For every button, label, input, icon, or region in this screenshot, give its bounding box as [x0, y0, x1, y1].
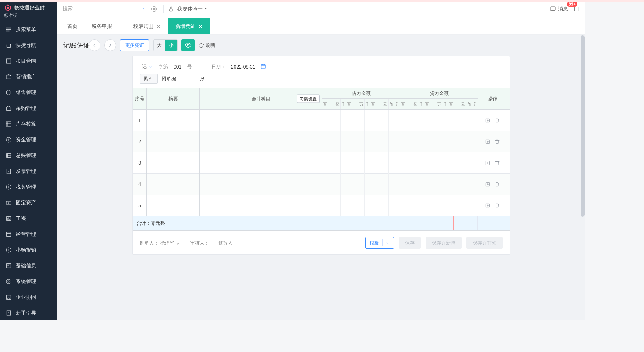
messages-button[interactable]: 消息 [550, 6, 568, 13]
row-account[interactable] [200, 152, 322, 174]
table-row: 2 [133, 131, 510, 152]
search-settings-button[interactable] [149, 4, 159, 14]
delete-row-icon[interactable] [494, 139, 500, 145]
row-op [478, 174, 507, 195]
date-picker-button[interactable] [261, 63, 266, 70]
size-big[interactable]: 大 [154, 40, 165, 51]
row-account[interactable] [200, 110, 322, 131]
refresh-button[interactable]: 刷新 [199, 42, 215, 49]
row-summary[interactable] [147, 195, 200, 216]
sidebar-item-fixed-assets[interactable]: 固定资产 [0, 195, 57, 211]
close-icon[interactable] [115, 24, 119, 29]
add-row-icon[interactable] [485, 118, 490, 123]
svg-rect-15 [7, 232, 11, 237]
scrollbar-thumb[interactable] [581, 35, 585, 217]
preview-button[interactable] [181, 39, 195, 51]
sidebar-item-enterprise[interactable]: 企业协同 [0, 289, 57, 305]
sidebar-item-guide[interactable]: 新手引导 [0, 305, 57, 320]
expand-icon[interactable] [574, 6, 580, 12]
tab-bar: 首页税务申报税表清册新增凭证 [57, 18, 585, 35]
save-print-button[interactable]: 保存并打印 [466, 237, 503, 249]
expense-icon [6, 247, 12, 253]
close-icon[interactable] [156, 24, 161, 29]
row-credit[interactable] [400, 174, 478, 195]
sidebar-item-invoice[interactable]: 发票管理 [0, 163, 57, 179]
row-summary[interactable] [147, 110, 200, 131]
tab-税表清册[interactable]: 税表清册 [126, 18, 168, 34]
sidebar-item-project-contract[interactable]: 项目合同 [0, 53, 57, 69]
voucher-date-input[interactable]: 2022-08-31 [229, 64, 257, 70]
sidebar-item-business[interactable]: 经营管理 [0, 226, 57, 242]
next-voucher-button[interactable] [104, 39, 116, 51]
vertical-scrollbar[interactable] [580, 35, 585, 320]
sidebar-item-basic-info[interactable]: 基础信息 [0, 258, 57, 274]
save-button[interactable]: 保存 [399, 237, 421, 249]
row-debit[interactable] [322, 131, 400, 152]
add-row-icon[interactable] [485, 203, 490, 208]
delete-row-icon[interactable] [494, 203, 500, 208]
delete-row-icon[interactable] [494, 118, 500, 123]
row-credit[interactable] [400, 131, 478, 152]
edit-icon[interactable] [176, 241, 181, 245]
attachment-button[interactable]: 附件 [140, 74, 158, 84]
prev-voucher-button[interactable] [89, 39, 100, 51]
sidebar-item-quick-nav[interactable]: 快捷导航 [0, 37, 57, 53]
delete-row-icon[interactable] [494, 182, 500, 187]
row-summary[interactable] [147, 174, 200, 195]
col-seq: 序号 [133, 88, 147, 109]
habit-settings-button[interactable]: 习惯设置 [297, 95, 320, 103]
sidebar-item-ledger[interactable]: 总账管理 [0, 148, 57, 163]
row-debit[interactable] [322, 152, 400, 174]
tab-税务申报[interactable]: 税务申报 [85, 18, 126, 34]
tab-首页[interactable]: 首页 [60, 18, 85, 34]
sidebar: 畅捷通好业财 标准版 搜索菜单快捷导航项目合同营销推广销售管理采购管理库存核算资… [0, 0, 57, 320]
close-icon[interactable] [198, 24, 203, 29]
add-row-icon[interactable] [485, 139, 490, 145]
row-credit[interactable] [400, 152, 478, 174]
modifier-label: 修改人： [218, 240, 237, 246]
sidebar-item-expense[interactable]: 小畅报销 [0, 242, 57, 258]
try-experience-link[interactable]: 我要体验一下 [168, 6, 208, 13]
row-summary[interactable] [147, 152, 200, 174]
row-debit[interactable] [322, 174, 400, 195]
divider [163, 5, 164, 13]
sidebar-item-search-menu[interactable]: 搜索菜单 [0, 22, 57, 37]
row-summary[interactable] [147, 131, 200, 152]
save-new-button[interactable]: 保存并新增 [426, 237, 462, 249]
row-account[interactable] [200, 195, 322, 216]
sidebar-item-label: 总账管理 [16, 152, 36, 159]
sidebar-item-funds[interactable]: 资金管理 [0, 132, 57, 148]
delete-row-icon[interactable] [494, 160, 500, 166]
sidebar-item-purchase[interactable]: 采购管理 [0, 100, 57, 116]
add-row-icon[interactable] [485, 160, 490, 166]
template-button[interactable]: 模板 [365, 237, 394, 249]
sidebar-item-inventory[interactable]: 库存核算 [0, 116, 57, 132]
sidebar-item-label: 销售管理 [16, 89, 36, 96]
sidebar-item-sales[interactable]: 销售管理 [0, 85, 57, 100]
sidebar-item-system[interactable]: 系统管理 [0, 274, 57, 289]
more-voucher-button[interactable]: 更多凭证 [120, 39, 149, 51]
sidebar-item-salary[interactable]: 工资 [0, 211, 57, 226]
voucher-number-input[interactable]: 001 [172, 64, 183, 70]
svg-rect-20 [7, 295, 11, 300]
row-debit[interactable] [322, 195, 400, 216]
sidebar-item-label: 采购管理 [16, 105, 36, 112]
row-account[interactable] [200, 131, 322, 152]
add-row-icon[interactable] [485, 182, 490, 187]
row-debit[interactable] [322, 110, 400, 131]
size-small[interactable]: 小 [165, 40, 177, 51]
chevron-left-icon [92, 43, 97, 48]
hao-label: 号 [187, 63, 192, 70]
global-search-select[interactable]: 搜索 [63, 4, 145, 15]
sidebar-item-marketing[interactable]: 营销推广 [0, 69, 57, 85]
tab-新增凭证[interactable]: 新增凭证 [168, 18, 210, 34]
sidebar-item-label: 营销推广 [16, 73, 36, 80]
row-credit[interactable] [400, 195, 478, 216]
content: 记账凭证 更多凭证 大 小 刷新 记 字第 001 [57, 35, 585, 320]
row-account[interactable] [200, 174, 322, 195]
row-credit[interactable] [400, 110, 478, 131]
tab-label: 新增凭证 [175, 23, 196, 30]
summary-input[interactable] [148, 112, 198, 129]
voucher-type-select[interactable]: 记 [140, 63, 155, 70]
sidebar-item-tax[interactable]: 税务管理 [0, 179, 57, 195]
